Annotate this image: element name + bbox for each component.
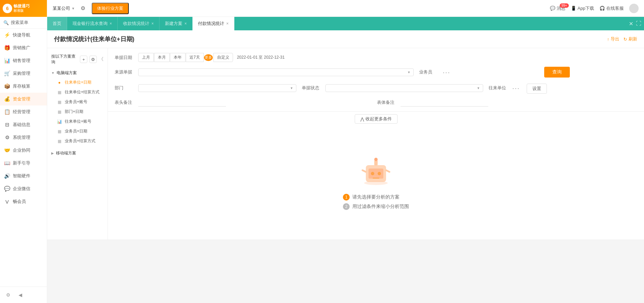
- step-2-num: 2: [343, 203, 350, 210]
- tab-receipts-close-icon[interactable]: ×: [151, 21, 154, 26]
- scheme-collapse-btn[interactable]: 《: [99, 56, 104, 62]
- trial-btn[interactable]: 体验行业方案: [92, 3, 129, 14]
- scheme-item-unit-account[interactable]: 📊 往来单位+账号: [47, 117, 108, 126]
- date-btn-this-year[interactable]: 本年: [170, 53, 185, 62]
- sidebar-item-label: 智能硬件: [13, 173, 30, 179]
- header-note-input[interactable]: [138, 98, 226, 107]
- desktop-group-header[interactable]: ▼ 电脑端方案: [47, 68, 108, 78]
- sidebar-item-wechat[interactable]: 💬 企业微信: [0, 182, 47, 195]
- sidebar-item-inventory[interactable]: 📦 库存核算: [0, 80, 47, 93]
- sidebar-item-label: 基础信息: [13, 122, 30, 128]
- user-avatar[interactable]: [629, 4, 639, 13]
- svg-point-4: [378, 172, 381, 175]
- scheme-item-dept-date[interactable]: ▦ 部门+日期: [47, 107, 108, 117]
- sidebar-item-marketing[interactable]: 🎁 营销推广: [0, 41, 47, 54]
- date-btn-custom[interactable]: 自定义: [213, 53, 233, 62]
- sidebar-item-shortcuts[interactable]: ⚡ 快捷导航: [0, 29, 47, 41]
- date-btn-last-month[interactable]: 上月: [138, 53, 154, 62]
- sidebar-nav: ⚡ 快捷导航 🎁 营销推广 📊 销售管理 🛒 采购管理 📦 库存核算 💰 资金管…: [0, 29, 47, 286]
- svg-rect-2: [369, 169, 383, 179]
- sidebar-item-finance[interactable]: 💰 资金管理: [0, 93, 47, 105]
- sidebar-item-guide[interactable]: 📖 新手引导: [0, 157, 47, 170]
- tab-new-plan-close-icon[interactable]: ×: [184, 21, 187, 26]
- date-btn-more[interactable]: 更多: [204, 54, 213, 61]
- settings-btn[interactable]: 设置: [527, 84, 547, 94]
- body-note-input[interactable]: [401, 98, 488, 107]
- sidebar-item-hardware[interactable]: 🔊 智能硬件: [0, 170, 47, 182]
- sidebar-item-system[interactable]: ⚙ 系统管理: [0, 131, 47, 144]
- footer-collapse-btn[interactable]: ◀: [16, 290, 25, 300]
- collapse-conditions-btn[interactable]: ⋀ 收起更多条件: [355, 114, 398, 124]
- scheme-item-icon: ▦: [57, 129, 62, 134]
- filter-row-date: 单据日期 上月 本月 本年 近7天 更多 自定义 2022-01-01 至 20…: [115, 53, 634, 62]
- tab-cashflow-close-icon[interactable]: ×: [110, 21, 112, 26]
- footer-settings-btn[interactable]: ⚙: [3, 290, 13, 300]
- sidebar-item-purchase[interactable]: 🛒 采购管理: [0, 67, 47, 80]
- header-note-label: 表头备注: [115, 99, 138, 105]
- scheme-settings-btn[interactable]: ⚙: [89, 56, 97, 63]
- unit-dots-btn[interactable]: ···: [512, 84, 520, 92]
- tab-receipts-label: 收款情况统计: [123, 21, 149, 27]
- dept-select[interactable]: ▾: [138, 84, 296, 92]
- system-icon: ⚙: [4, 134, 10, 141]
- service-btn[interactable]: 🎧 在线客服: [599, 5, 624, 11]
- sidebar-item-label: 系统管理: [13, 134, 30, 141]
- tab-payments-close-icon[interactable]: ×: [226, 21, 229, 26]
- search-label: 搜索菜单: [11, 20, 28, 26]
- tab-receipts[interactable]: 收款情况统计 ×: [118, 17, 159, 30]
- scheme-item-staff-account[interactable]: ▦ 业务员+账号: [47, 97, 108, 107]
- scheme-add-btn[interactable]: +: [80, 56, 87, 63]
- scheme-item-label: 业务员+日期: [65, 128, 87, 134]
- staff-dots-btn[interactable]: ···: [443, 68, 450, 76]
- close-tab-btn[interactable]: ✕: [629, 21, 633, 27]
- scheme-panel: 按以下方案查询 + ⚙ 《 ▼ 电脑端方案 ● 往来单位+日期 ▦: [47, 48, 108, 240]
- scheme-item-staff-settle[interactable]: ▦ 业务员+结算方式: [47, 136, 108, 146]
- empty-step-2: 2 用过滤条件来缩小分析范围: [343, 203, 409, 210]
- maximize-tab-btn[interactable]: ⛶: [636, 21, 641, 27]
- sidebar-item-vip[interactable]: V 畅会员: [0, 195, 47, 208]
- sidebar-item-operations[interactable]: 📋 经营管理: [0, 105, 47, 118]
- voucher-status-select[interactable]: ▾: [325, 84, 484, 92]
- page-title: 付款情况统计(往来单位+日期): [54, 35, 135, 43]
- hardware-icon: 🔊: [4, 173, 10, 179]
- date-btn-7days[interactable]: 近7天: [186, 53, 204, 62]
- message-btn[interactable]: 💬 消息 99+: [550, 5, 565, 11]
- date-btn-this-month[interactable]: 本月: [154, 53, 170, 62]
- svg-line-8: [362, 170, 366, 172]
- sidebar-item-label: 快捷导航: [13, 32, 30, 38]
- scheme-item-unit-settle[interactable]: ▦ 往来单位+结算方式: [47, 87, 108, 97]
- tab-cashflow[interactable]: 现金银行流水查询 ×: [67, 17, 118, 30]
- export-btn[interactable]: ↑ 导出: [607, 36, 620, 42]
- topbar-settings-btn[interactable]: ⚙: [78, 4, 88, 13]
- message-badge: 99+: [560, 3, 569, 8]
- collapse-icon: ⋀: [360, 117, 364, 122]
- tab-cashflow-label: 现金银行流水查询: [72, 21, 108, 27]
- service-label: 在线客服: [606, 5, 624, 11]
- sidebar-item-enterprise[interactable]: 🤝 企业协同: [0, 144, 47, 157]
- source-select[interactable]: ▾: [138, 68, 414, 76]
- step-1-num: 1: [343, 194, 350, 201]
- tab-payments[interactable]: 付款情况统计 ×: [193, 17, 234, 30]
- sidebar-item-label: 销售管理: [13, 58, 30, 64]
- refresh-btn[interactable]: ↻ 刷新: [623, 36, 637, 42]
- tabs-actions: ✕ ⛶: [626, 17, 644, 30]
- sidebar-item-sales[interactable]: 📊 销售管理: [0, 54, 47, 67]
- query-btn[interactable]: 查询: [544, 67, 570, 78]
- sidebar-search[interactable]: 🔍 搜索菜单: [0, 17, 47, 29]
- step-2-text: 用过滤条件来缩小分析范围: [352, 204, 409, 210]
- scheme-item-unit-date[interactable]: ● 往来单位+日期: [47, 78, 108, 87]
- scheme-item-label: 部门+日期: [65, 109, 83, 115]
- desktop-group-name: 电脑端方案: [57, 70, 77, 76]
- tab-home[interactable]: 首页: [47, 17, 67, 30]
- workspace-selector[interactable]: 某某公司 ▾: [53, 5, 74, 11]
- svg-point-7: [374, 158, 378, 161]
- content-area: 付款情况统计(往来单位+日期) ↑ 导出 ↻ 刷新 按以下方案查询 + ⚙: [47, 30, 644, 303]
- mobile-group-header[interactable]: ▶ 移动端方案: [47, 149, 108, 158]
- scheme-item-staff-date[interactable]: ▦ 业务员+日期: [47, 126, 108, 136]
- scheme-toolbar: 按以下方案查询 + ⚙ 《: [47, 52, 108, 67]
- workspace-chevron-icon: ▾: [72, 6, 74, 11]
- sidebar-item-basic[interactable]: ⊟ 基础信息: [0, 118, 47, 131]
- scheme-item-icon: ▦: [57, 99, 62, 105]
- app-download-btn[interactable]: 📱 App下载: [571, 5, 594, 11]
- tab-new-plan[interactable]: 新建方案 ×: [159, 17, 193, 30]
